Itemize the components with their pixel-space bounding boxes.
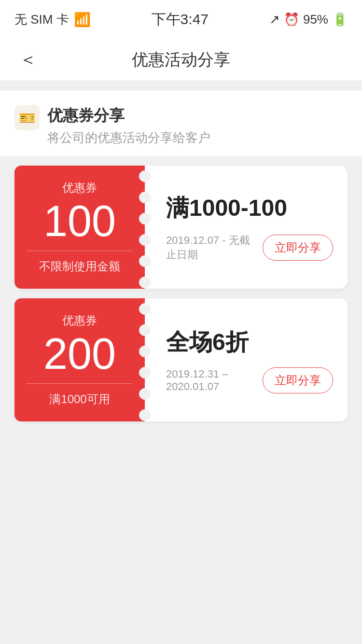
battery-label: 95% [303,12,328,27]
section-text: 优惠券分享 将公司的优惠活动分享给客户 [47,105,210,146]
page-title: 优惠活动分享 [132,49,230,71]
coupon-bottom-0: 2019.12.07 - 无截止日期 立即分享 [166,233,333,262]
status-time: 下午3:47 [152,10,209,29]
share-button-0[interactable]: 立即分享 [263,235,333,261]
status-left: 无 SIM 卡 📶 [14,11,91,28]
coupon-condition-0: 不限制使用金额 [39,259,120,274]
status-bar: 无 SIM 卡 📶 下午3:47 ↗ ⏰ 95% 🔋 [0,0,362,39]
coupon-card: 优惠券 200 满1000可用 全场6折 2019.12.31 – 2020.0… [14,298,348,421]
section-header: 🎫 优惠券分享 将公司的优惠活动分享给客户 [0,91,362,156]
coupons-list: 优惠券 100 不限制使用金额 满1000-100 2019.12.07 - 无… [0,156,362,431]
empty-area [0,431,362,644]
share-button-1[interactable]: 立即分享 [263,367,333,393]
section-subtitle: 将公司的优惠活动分享给客户 [47,129,210,146]
section-title: 优惠券分享 [47,105,210,126]
wifi-icon: 📶 [74,12,91,28]
section-gap-top [0,81,362,91]
coupon-left-0: 优惠券 100 不限制使用金额 [14,166,145,289]
coupon-label-1: 优惠券 [62,313,97,328]
coupon-date-1: 2019.12.31 – 2020.01.07 [166,368,258,393]
back-button[interactable]: ＜ [14,43,42,76]
coupon-bottom-1: 2019.12.31 – 2020.01.07 立即分享 [166,367,333,393]
alarm-icon: ⏰ [284,12,299,27]
coupon-date-0: 2019.12.07 - 无截止日期 [166,233,258,262]
battery-icon: 🔋 [332,12,348,27]
coupon-left-1: 优惠券 200 满1000可用 [14,298,145,421]
coupon-condition-1: 满1000可用 [49,392,110,407]
coupon-right-0: 满1000-100 2019.12.07 - 无截止日期 立即分享 [145,166,348,289]
coupon-amount-0: 100 [43,199,116,243]
coupon-name-0: 满1000-100 [166,193,333,224]
nav-bar: ＜ 优惠活动分享 [0,39,362,81]
coupon-section-icon: 🎫 [14,105,40,130]
coupon-divider-1 [27,383,133,384]
coupon-card: 优惠券 100 不限制使用金额 满1000-100 2019.12.07 - 无… [14,166,348,289]
coupon-amount-1: 200 [43,332,116,376]
carrier-label: 无 SIM 卡 [14,11,69,28]
location-icon: ↗ [269,12,280,27]
status-right: ↗ ⏰ 95% 🔋 [269,12,348,27]
coupon-label-0: 优惠券 [62,180,97,196]
coupon-divider-0 [27,251,133,251]
coupon-icon-glyph: 🎫 [19,110,36,126]
coupon-right-1: 全场6折 2019.12.31 – 2020.01.07 立即分享 [145,298,348,421]
coupon-name-1: 全场6折 [166,327,333,358]
